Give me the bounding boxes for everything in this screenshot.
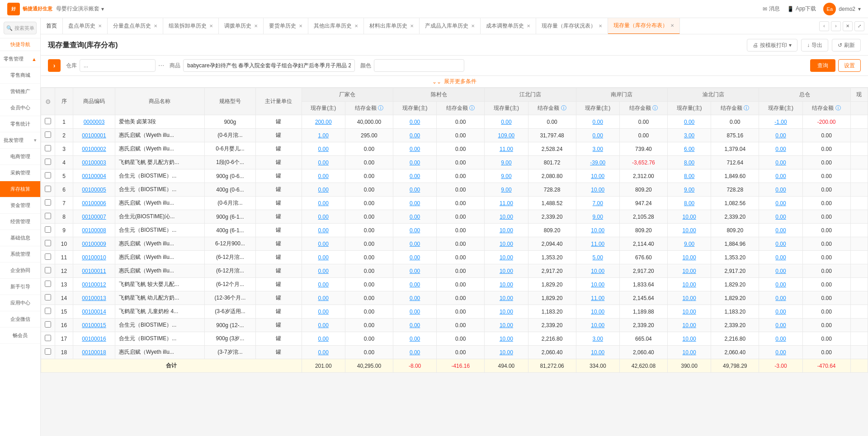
sidebar-item-wholesale[interactable]: 批发管理 ▾ bbox=[0, 132, 40, 149]
row-jb-cur[interactable]: 10.00 bbox=[485, 291, 528, 305]
tab-close-icon[interactable]: ✕ bbox=[354, 23, 358, 28]
row-c-cur[interactable]: 0.00 bbox=[393, 115, 436, 129]
tab-close-icon[interactable]: ✕ bbox=[527, 23, 530, 28]
row-na-cur[interactable]: -39.00 bbox=[576, 156, 619, 169]
row-check[interactable] bbox=[41, 251, 55, 264]
tab-dist-inventory[interactable]: 分量盘点单历史 ✕ bbox=[108, 18, 163, 34]
row-jb-cur[interactable]: 10.00 bbox=[485, 332, 528, 346]
row-na-cur[interactable]: 7.00 bbox=[576, 197, 619, 210]
row-jb-cur[interactable]: 11.00 bbox=[485, 142, 528, 156]
row-c-cur[interactable]: 0.00 bbox=[393, 197, 436, 210]
row-check[interactable] bbox=[41, 224, 55, 237]
row-f-cur[interactable]: 0.00 bbox=[302, 251, 345, 264]
row-code[interactable]: 00100001 bbox=[73, 129, 115, 142]
row-c-cur[interactable]: 0.00 bbox=[393, 346, 436, 359]
row-yb-cur[interactable]: 10.00 bbox=[667, 210, 711, 224]
row-code[interactable]: 00100002 bbox=[73, 142, 115, 156]
row-t-cur[interactable]: 0.00 bbox=[759, 319, 802, 332]
sidebar-item-retail-stats[interactable]: 零售统计 bbox=[0, 116, 40, 132]
product-input[interactable] bbox=[183, 59, 355, 72]
tab-stock-dist[interactable]: 现存量（库存分布表） ✕ bbox=[608, 18, 680, 34]
row-c-cur[interactable]: 0.00 bbox=[393, 251, 436, 264]
tab-close-icon[interactable]: ✕ bbox=[471, 23, 475, 28]
row-t-cur[interactable]: 0.00 bbox=[759, 183, 802, 197]
settings-icon[interactable]: ⚙ bbox=[45, 98, 51, 105]
row-c-cur[interactable]: 0.00 bbox=[393, 183, 436, 197]
sidebar-item-retail-shop[interactable]: 零售商城 bbox=[0, 67, 40, 84]
row-c-cur[interactable]: 0.00 bbox=[393, 224, 436, 237]
row-jb-cur[interactable]: 10.00 bbox=[485, 264, 528, 278]
row-yb-cur[interactable]: 10.00 bbox=[667, 305, 711, 319]
row-yb-cur[interactable]: 3.00 bbox=[667, 129, 711, 142]
row-f-cur[interactable]: 1.00 bbox=[302, 129, 345, 142]
row-t-cur[interactable]: 0.00 bbox=[759, 237, 802, 251]
row-t-cur[interactable]: 0.00 bbox=[759, 129, 802, 142]
row-f-cur[interactable]: 0.00 bbox=[302, 210, 345, 224]
row-na-cur[interactable]: 9.00 bbox=[576, 210, 619, 224]
row-jb-cur[interactable]: 9.00 bbox=[485, 183, 528, 197]
tab-order[interactable]: 要货单历史 ✕ bbox=[264, 18, 308, 34]
row-code[interactable]: 00100009 bbox=[73, 237, 115, 251]
row-c-cur[interactable]: 0.00 bbox=[393, 278, 436, 291]
row-jb-cur[interactable]: 10.00 bbox=[485, 305, 528, 319]
export-btn[interactable]: ↓ 导出 bbox=[801, 39, 828, 52]
sidebar-item-inventory[interactable]: 库存核算 bbox=[0, 181, 40, 197]
sidebar-item-app-center[interactable]: 应用中心 bbox=[0, 295, 40, 311]
row-jb-cur[interactable]: 10.00 bbox=[485, 210, 528, 224]
row-f-cur[interactable]: 0.00 bbox=[302, 156, 345, 169]
row-code[interactable]: 00100015 bbox=[73, 319, 115, 332]
row-yb-cur[interactable]: 10.00 bbox=[667, 278, 711, 291]
row-check[interactable] bbox=[41, 129, 55, 142]
row-t-cur[interactable]: 0.00 bbox=[759, 291, 802, 305]
row-t-cur[interactable]: 0.00 bbox=[759, 332, 802, 346]
sidebar-item-operations[interactable]: 经营管理 bbox=[0, 214, 40, 230]
row-code[interactable]: 00100006 bbox=[73, 197, 115, 210]
row-jb-cur[interactable]: 10.00 bbox=[485, 346, 528, 359]
sidebar-item-system[interactable]: 系统管理 bbox=[0, 246, 40, 263]
row-c-cur[interactable]: 0.00 bbox=[393, 210, 436, 224]
row-c-cur[interactable]: 0.00 bbox=[393, 156, 436, 169]
setting-btn[interactable]: 设置 bbox=[838, 59, 861, 72]
row-na-cur[interactable]: 3.00 bbox=[576, 142, 619, 156]
sidebar-item-enterprise-wechat[interactable]: 企业微信 bbox=[0, 311, 40, 328]
row-na-cur[interactable]: 10.00 bbox=[576, 169, 619, 183]
row-jb-cur[interactable]: 10.00 bbox=[485, 224, 528, 237]
row-na-cur[interactable]: 10.00 bbox=[576, 346, 619, 359]
row-t-cur[interactable]: 0.00 bbox=[759, 346, 802, 359]
row-t-cur[interactable]: 0.00 bbox=[759, 142, 802, 156]
tab-inventory-check[interactable]: 盘点单历史 ✕ bbox=[63, 18, 108, 34]
row-code[interactable]: 00100005 bbox=[73, 183, 115, 197]
filter-expand-row[interactable]: ⌄⌄ 展开更多条件 bbox=[41, 78, 868, 85]
row-c-cur[interactable]: 0.00 bbox=[393, 169, 436, 183]
row-code[interactable]: 00100018 bbox=[73, 346, 115, 359]
app-download-btn[interactable]: 📱 App下载 bbox=[787, 5, 816, 13]
warehouse-dots[interactable]: ··· bbox=[158, 61, 164, 70]
tab-other-out[interactable]: 其他出库单历史 ✕ bbox=[308, 18, 364, 34]
row-f-cur[interactable]: 0.00 bbox=[302, 346, 345, 359]
row-f-cur[interactable]: 0.00 bbox=[302, 305, 345, 319]
row-jb-cur[interactable]: 9.00 bbox=[485, 156, 528, 169]
tab-assembly[interactable]: 组装拆卸单历史 ✕ bbox=[163, 18, 219, 34]
row-check[interactable] bbox=[41, 264, 55, 278]
row-code[interactable]: 00100007 bbox=[73, 210, 115, 224]
tab-close-icon[interactable]: ✕ bbox=[209, 23, 213, 28]
tab-close-icon[interactable]: ✕ bbox=[254, 23, 258, 28]
row-yb-cur[interactable]: 10.00 bbox=[667, 264, 711, 278]
row-jb-cur[interactable]: 10.00 bbox=[485, 251, 528, 264]
row-code[interactable]: 00100014 bbox=[73, 305, 115, 319]
row-c-cur[interactable]: 0.00 bbox=[393, 237, 436, 251]
row-jb-cur[interactable]: 10.00 bbox=[485, 319, 528, 332]
row-check[interactable] bbox=[41, 305, 55, 319]
row-c-cur[interactable]: 0.00 bbox=[393, 319, 436, 332]
row-t-cur[interactable]: 0.00 bbox=[759, 251, 802, 264]
row-f-cur[interactable]: 0.00 bbox=[302, 291, 345, 305]
row-t-cur[interactable]: -1.00 bbox=[759, 115, 802, 129]
row-yb-cur[interactable]: 10.00 bbox=[667, 319, 711, 332]
row-code[interactable]: 00100013 bbox=[73, 291, 115, 305]
row-na-cur[interactable]: 10.00 bbox=[576, 183, 619, 197]
sidebar-item-marketing[interactable]: 营销推广 bbox=[0, 84, 40, 100]
row-check[interactable] bbox=[41, 183, 55, 197]
row-t-cur[interactable]: 0.00 bbox=[759, 210, 802, 224]
filter-expand-btn[interactable]: › bbox=[48, 59, 61, 72]
row-check[interactable] bbox=[41, 319, 55, 332]
